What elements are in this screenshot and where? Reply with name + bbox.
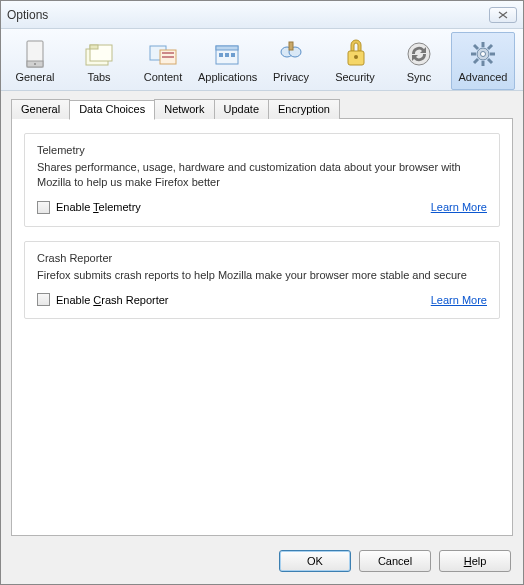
toolbar-item-advanced[interactable]: Advanced (451, 32, 515, 90)
close-icon (498, 11, 508, 19)
crash-title: Crash Reporter (37, 252, 487, 264)
titlebar: Options (1, 1, 523, 29)
svg-rect-5 (90, 45, 98, 49)
toolbar-label: Security (326, 71, 384, 83)
svg-line-28 (488, 45, 492, 49)
advanced-icon (454, 37, 512, 71)
tab-encryption[interactable]: Encryption (268, 99, 340, 119)
toolbar-label: Advanced (454, 71, 512, 83)
ok-button[interactable]: OK (279, 550, 351, 572)
svg-line-27 (488, 59, 492, 63)
toolbar-item-privacy[interactable]: Privacy (259, 32, 323, 90)
svg-rect-14 (231, 53, 235, 57)
tab-data-choices[interactable]: Data Choices (69, 100, 155, 120)
svg-rect-11 (216, 46, 238, 50)
general-icon (6, 37, 64, 71)
toolbar-label: Privacy (262, 71, 320, 83)
applications-icon (198, 37, 256, 71)
security-icon (326, 37, 384, 71)
svg-rect-17 (289, 42, 293, 50)
crash-desc: Firefox submits crash reports to help Mo… (37, 268, 487, 283)
svg-line-29 (474, 59, 478, 63)
svg-rect-13 (225, 53, 229, 57)
tabs-icon (70, 37, 128, 71)
tab-update[interactable]: Update (214, 99, 269, 119)
toolbar-label: Tabs (70, 71, 128, 83)
svg-rect-9 (162, 56, 174, 58)
telemetry-checkbox[interactable] (37, 201, 50, 214)
subtab-strip: General Data Choices Network Update Encr… (11, 99, 513, 119)
options-window: Options General Tabs Content (0, 0, 524, 585)
toolbar-item-content[interactable]: Content (131, 32, 195, 90)
sync-icon (390, 37, 448, 71)
svg-point-20 (408, 43, 430, 65)
telemetry-desc: Shares performance, usage, hardware and … (37, 160, 487, 191)
toolbar-item-tabs[interactable]: Tabs (67, 32, 131, 90)
svg-point-19 (354, 55, 358, 59)
toolbar-label: Sync (390, 71, 448, 83)
svg-rect-8 (162, 52, 174, 54)
toolbar-item-general[interactable]: General (3, 32, 67, 90)
toolbar-label: Content (134, 71, 192, 83)
help-button[interactable]: Help (439, 550, 511, 572)
crash-checkbox-label[interactable]: Enable Crash Reporter (56, 294, 169, 306)
close-button[interactable] (489, 7, 517, 23)
svg-point-2 (34, 63, 36, 65)
svg-line-26 (474, 45, 478, 49)
window-title: Options (7, 8, 48, 22)
tab-general[interactable]: General (11, 99, 70, 119)
privacy-icon (262, 37, 320, 71)
svg-point-30 (481, 52, 486, 57)
telemetry-group: Telemetry Shares performance, usage, har… (24, 133, 500, 227)
cancel-button[interactable]: Cancel (359, 550, 431, 572)
toolbar-item-applications[interactable]: Applications (195, 32, 259, 90)
dialog-buttons: OK Cancel Help (1, 542, 523, 584)
toolbar-item-security[interactable]: Security (323, 32, 387, 90)
toolbar-item-sync[interactable]: Sync (387, 32, 451, 90)
toolbar-label: Applications (198, 71, 256, 83)
telemetry-checkbox-label[interactable]: Enable Telemetry (56, 201, 141, 213)
crash-learn-more-link[interactable]: Learn More (431, 294, 487, 306)
subtab-panel: Telemetry Shares performance, usage, har… (11, 118, 513, 536)
toolbar-label: General (6, 71, 64, 83)
crash-checkbox[interactable] (37, 293, 50, 306)
crash-group: Crash Reporter Firefox submits crash rep… (24, 241, 500, 319)
telemetry-title: Telemetry (37, 144, 487, 156)
telemetry-learn-more-link[interactable]: Learn More (431, 201, 487, 213)
category-toolbar: General Tabs Content Applications Privac… (1, 29, 523, 91)
svg-rect-12 (219, 53, 223, 57)
tab-network[interactable]: Network (154, 99, 214, 119)
content-area: General Data Choices Network Update Encr… (1, 91, 523, 542)
content-icon (134, 37, 192, 71)
